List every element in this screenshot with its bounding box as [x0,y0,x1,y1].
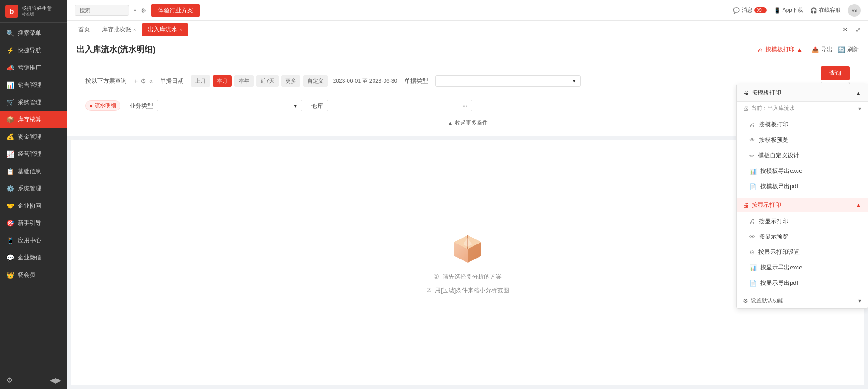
filter-group-tag: ● 流水明细 [85,100,120,111]
search-icon: 🔍 [6,30,14,37]
page-area: 出入库流水(流水明细) 🖨 按模板打印 ▲ 📤 导出 🔄 刷新 [67,38,868,389]
sidebar-item-label: 经营管理 [18,150,41,158]
tabs-bar: 首页 库存批次账 × 出入库流水 × ✕ ⤢ [67,21,868,38]
settings-footer-icon[interactable]: ⚙ [6,376,13,384]
template-export-excel-item[interactable]: 📊 按模板导出excel [737,163,868,179]
display-export-pdf-item[interactable]: 📄 按显示导出pdf [737,275,868,291]
print-dropdown-panel: 🖨 按模板打印 ▲ 🖨 当前：出入库流水 ▾ 🖨 按模板打印 👁 按模板预览 [736,84,868,309]
date-current-year-btn[interactable]: 本年 [234,75,254,87]
date-more-btn[interactable]: 更多 [281,75,300,87]
header-dropdown-arrow[interactable]: ▾ [134,7,136,14]
app-download-icon: 📱 [774,7,781,14]
flow-detail-tag[interactable]: ● 流水明细 [85,100,120,111]
message-item[interactable]: 💬 消息 99+ [733,6,767,14]
sidebar-item-operations[interactable]: 📈 经营管理 [0,145,67,163]
date-current-month-btn[interactable]: 本月 [213,75,232,87]
headset-icon: 🎧 [810,7,817,14]
tab-close-all-icon[interactable]: ✕ [841,24,850,35]
template-export-pdf-item[interactable]: 📄 按模板导出pdf [737,179,868,194]
query-button[interactable]: 查询 [821,66,850,80]
user-avatar: Rit [848,4,861,17]
business-type-label: 业务类型 [130,102,153,110]
sidebar-item-inventory[interactable]: 📦 库存核算 [0,111,67,128]
sidebar-item-basic[interactable]: 📋 基础信息 [0,163,67,180]
print-button[interactable]: 🖨 按模板打印 ▲ [754,44,806,55]
sidebar-item-label: 快捷导航 [18,46,41,55]
date-last-7-days-btn[interactable]: 近7天 [256,75,279,87]
basic-icon: 📋 [6,168,14,175]
sidebar-item-label: 搜索菜单 [18,29,41,37]
display-export-excel-item[interactable]: 📊 按显示导出excel [737,260,868,275]
sidebar-item-label: 销售管理 [18,81,41,89]
template-print-item[interactable]: 🖨 按模板打印 [737,117,868,132]
sidebar-item-marketing[interactable]: 📣 营销推广 [0,59,67,76]
sidebar-item-label: 资金管理 [18,133,41,141]
tab-batch-account[interactable]: 库存批次账 × [96,23,141,36]
business-type-dropdown-arrow: ▾ [294,102,297,109]
template-custom-design-item[interactable]: ✏ 模板自定义设计 [737,148,868,163]
empty-state-icon [449,231,486,267]
collapse-more-btn[interactable]: ▲ 收起更多条件 [85,115,850,130]
header-gear-icon[interactable]: ⚙ [141,7,147,14]
display-excel-icon: 📊 [749,264,757,271]
display-print-section-header[interactable]: 🖨 按显示打印 ▲ [737,198,868,212]
sidebar-item-finance[interactable]: 💰 资金管理 [0,128,67,145]
sidebar-item-quick-nav[interactable]: ⚡ 快捷导航 [0,42,67,59]
filter-collapse-button[interactable]: « [149,77,153,85]
template-preview-item[interactable]: 👁 按模板预览 [737,132,868,148]
dropdown-header[interactable]: 🖨 按模板打印 ▲ [737,84,868,102]
sidebar-item-system[interactable]: ⚙️ 系统管理 [0,180,67,197]
filter-actions: + ⚙ « [134,77,153,85]
template-custom-icon: ✏ [749,152,754,159]
collapse-sidebar-icon[interactable]: ◀▶ [50,376,61,384]
sidebar-nav: 🔍 搜索菜单 ⚡ 快捷导航 📣 营销推广 📊 销售管理 🛒 采购管理 📦 库存核… [0,23,67,371]
refresh-button[interactable]: 🔄 刷新 [838,45,859,54]
display-print-settings-item[interactable]: ⚙ 按显示打印设置 [737,244,868,260]
app-download-item[interactable]: 📱 App下载 [774,6,803,14]
tab-expand-icon[interactable]: ⤢ [853,24,863,35]
sidebar-item-purchase[interactable]: 🛒 采购管理 [0,94,67,111]
filter-setting-button[interactable]: ⚙ [140,77,146,85]
sidebar-item-wechat[interactable]: 💬 企业微信 [0,249,67,266]
system-icon: ⚙️ [6,185,14,192]
sidebar-item-app-center[interactable]: 📱 应用中心 [0,232,67,249]
export-button[interactable]: 📤 导出 [812,45,833,54]
inventory-icon: 📦 [6,116,14,123]
business-type-select[interactable]: ▾ [157,100,302,111]
display-export-excel-label: 按显示导出excel [760,264,803,272]
logo-text: 畅捷通好生意 [22,5,52,11]
quick-nav-icon: ⚡ [6,47,14,54]
sidebar-item-label: 采购管理 [18,98,41,106]
page-title-row: 出入库流水(流水明细) 🖨 按模板打印 ▲ 📤 导出 🔄 刷新 [76,44,859,55]
sidebar-item-label: 系统管理 [18,185,41,193]
dropdown-footer[interactable]: ⚙ 设置默认功能 ▾ [737,293,868,308]
tab-home[interactable]: 首页 [73,23,95,36]
sidebar-item-member[interactable]: 👑 畅会员 [0,266,67,284]
online-service-item[interactable]: 🎧 在线客服 [810,6,841,14]
filter-add-button[interactable]: + [134,77,138,85]
doc-type-select[interactable]: ▾ [435,75,581,87]
warehouse-select[interactable]: ··· [327,100,472,111]
date-custom-btn[interactable]: 自定义 [303,75,328,87]
tab-in-out-flow[interactable]: 出入库流水 × [142,23,187,36]
tab-in-out-flow-label: 出入库流水 [148,25,177,34]
print-label: 按模板打印 [765,45,795,54]
display-preview-item[interactable]: 👁 按显示预览 [737,229,868,244]
dropdown-header-arrow: ▲ [855,90,861,96]
user-avatar-item[interactable]: Rit [848,4,861,17]
tab-batch-account-close[interactable]: × [133,27,136,32]
header-search-input[interactable] [75,5,129,16]
operations-icon: 📈 [6,150,14,158]
display-print-section-label: 🖨 按显示打印 [743,201,781,209]
sidebar-item-sales[interactable]: 📊 销售管理 [0,76,67,94]
sidebar-item-enterprise[interactable]: 🤝 企业协同 [0,197,67,214]
trial-button[interactable]: 体验行业方案 [151,4,200,17]
sidebar-item-search[interactable]: 🔍 搜索菜单 [0,25,67,42]
sidebar-item-guide[interactable]: 🎯 新手引导 [0,214,67,232]
filter-row-1: 按以下方案查询 + ⚙ « 单据日期 上月 本月 本年 近7天 更多 自定义 [85,66,850,95]
date-prev-month-btn[interactable]: 上月 [191,75,210,87]
page-actions: 🖨 按模板打印 ▲ 📤 导出 🔄 刷新 [754,44,859,55]
tab-in-out-flow-close[interactable]: × [179,27,182,32]
sales-icon: 📊 [6,81,14,89]
display-print-item[interactable]: 🖨 按显示打印 [737,214,868,229]
